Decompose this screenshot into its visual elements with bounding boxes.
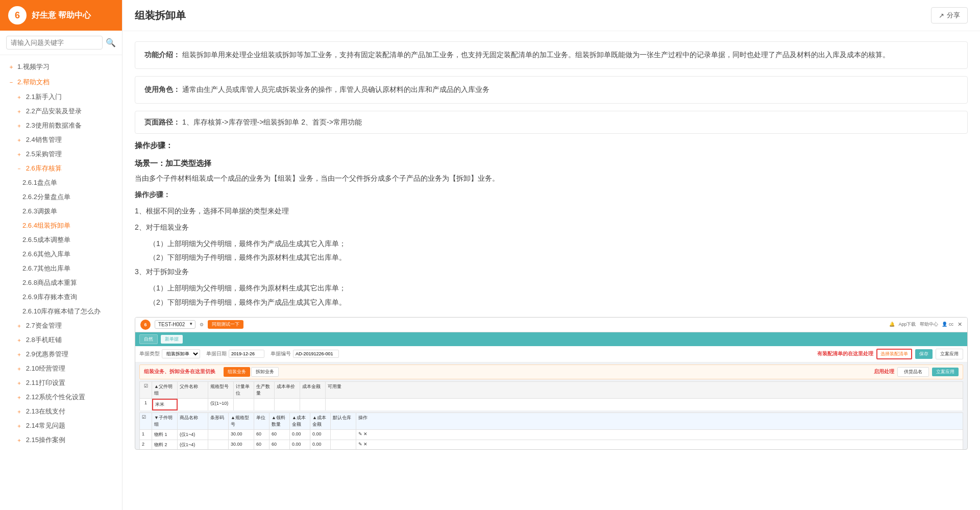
sr-edit-icon[interactable]: ✎ xyxy=(358,431,362,438)
th-count: 生产数量 xyxy=(254,382,275,398)
sidebar-item-213[interactable]: ＋ 2.13在线支付 xyxy=(0,404,122,419)
assembly-btn[interactable]: 选择装配清单 xyxy=(876,349,912,359)
assemble-btn[interactable]: 组装业务 xyxy=(224,367,250,377)
sidebar-item-21[interactable]: ＋ 2.1新手入门 xyxy=(0,90,122,104)
cell-count xyxy=(254,399,275,410)
save-btn[interactable]: 保存 xyxy=(915,349,933,359)
app-tab-natural[interactable]: 自然 xyxy=(139,334,158,344)
sidebar-item-269[interactable]: 2.6.9库存账本查询 xyxy=(0,290,122,304)
assembly-area: 有装配清单的在这里处理 选择装配清单 保存 立案应用 xyxy=(817,349,963,359)
step-2-2: （2）下部明细为子件明细，最终作为原材料生成其它出库单。 xyxy=(149,252,968,264)
share-button[interactable]: ↗ 分享 xyxy=(931,7,968,23)
sidebar-item-docs[interactable]: － 2.帮助文档 xyxy=(0,75,122,90)
sidebar-item-27[interactable]: ＋ 2.7资金管理 xyxy=(0,319,122,333)
sth-ops: 操作 xyxy=(356,413,377,429)
sth-barcode: 条形码 xyxy=(208,413,229,429)
search-input[interactable] xyxy=(6,36,103,50)
sidebar-item-25[interactable]: ＋ 2.5采购管理 xyxy=(0,147,122,161)
sidebar-item-264[interactable]: 2.6.4组装拆卸单 xyxy=(0,218,122,233)
cell-total xyxy=(300,399,326,410)
apply-btn[interactable]: 立案应用 xyxy=(932,368,959,376)
cell-cost xyxy=(275,399,300,410)
intro-text: 组装拆卸单用来处理企业组装或拆卸等加工业务，支持有固定装配清单的产品加工业务，也… xyxy=(182,51,890,59)
sidebar-item-262[interactable]: 2.6.2分量盘点单 xyxy=(0,190,122,204)
sth-qty2: ▲领料数量 xyxy=(270,413,290,429)
sidebar-item-212[interactable]: ＋ 2.12系统个性化设置 xyxy=(0,390,122,404)
cell-qty xyxy=(234,399,254,410)
sr2-del-icon[interactable]: ✕ xyxy=(363,442,368,448)
num-input[interactable] xyxy=(293,350,339,358)
sr2-name: (仅1~4) xyxy=(178,440,208,450)
sr-child: 物料 1 xyxy=(152,430,178,440)
path-label: 页面路径： xyxy=(144,118,180,126)
app-company-select[interactable]: TEST-H002 ▼ xyxy=(155,320,195,329)
other-btn[interactable]: 立案应用 xyxy=(936,349,963,359)
path-section: 页面路径： 1、库存核算->库存管理->组装拆卸单 2、首页->常用功能 xyxy=(135,111,968,134)
sr2-edit-icon[interactable]: ✎ xyxy=(358,442,362,448)
disassemble-btn[interactable]: 拆卸业务 xyxy=(251,367,279,377)
th-name: 父件名称 xyxy=(178,382,208,398)
th-qty: 计量单位 xyxy=(234,382,254,398)
sr-del-icon[interactable]: ✕ xyxy=(363,431,368,438)
sidebar-item-22[interactable]: ＋ 2.2产品安装及登录 xyxy=(0,104,122,118)
th-total: 成本金额 xyxy=(300,382,326,398)
app-tab-new[interactable]: 新单据 xyxy=(161,335,183,344)
process-input[interactable]: 供货品名 xyxy=(897,367,929,377)
sidebar-item-label: 2.帮助文档 xyxy=(17,78,50,87)
sidebar-item-261[interactable]: 2.6.1盘点单 xyxy=(0,176,122,190)
steps-list: 1、根据不同的业务，选择不同单据的类型来处理 2、对于组装业务 （1）上部明细为… xyxy=(135,205,968,309)
role-section: 使用角色： 通常由生产人员或库管人员完成拆装业务的操作，库管人员确认原材料的出库… xyxy=(135,76,968,104)
app-nav-icons: 🔔 App下载 帮助中心 👤 cc xyxy=(889,321,953,328)
expand-icon: ＋ xyxy=(16,151,22,157)
plus-icon: ＋ xyxy=(8,63,14,71)
sidebar-item-266[interactable]: 2.6.6其他入库单 xyxy=(0,247,122,261)
sidebar-item-29[interactable]: ＋ 2.9优惠券管理 xyxy=(0,347,122,361)
sidebar-item-211[interactable]: ＋ 2.11打印设置 xyxy=(0,376,122,390)
cell-parent[interactable]: 米米 xyxy=(152,399,178,410)
app-title: 好生意 帮助中心 xyxy=(32,10,91,21)
doctype-select[interactable]: 组装拆卸单 xyxy=(162,349,200,358)
search-button[interactable]: 🔍 xyxy=(106,38,116,47)
sidebar-item-210[interactable]: ＋ 2.10经营管理 xyxy=(0,361,122,376)
sidebar-item-24[interactable]: ＋ 2.4销售管理 xyxy=(0,133,122,147)
minus-icon: － xyxy=(16,165,22,172)
sr-cost2: 0.00 xyxy=(290,430,310,440)
sidebar-item-video[interactable]: ＋ 1.视频学习 xyxy=(0,59,122,75)
sth-unit: 单位 xyxy=(254,413,270,429)
expand-icon: ＋ xyxy=(16,123,22,129)
sr-qty2: 60 xyxy=(270,430,290,440)
sidebar-item-265[interactable]: 2.6.5成本调整单 xyxy=(0,233,122,247)
sidebar-item-26[interactable]: － 2.6库存核算 xyxy=(0,161,122,176)
app-test-btn[interactable]: 同期测试一下 xyxy=(208,320,243,329)
cell-check[interactable]: 1 xyxy=(140,399,152,410)
sidebar-item-214[interactable]: ＋ 2.14常见问题 xyxy=(0,419,122,433)
date-input[interactable] xyxy=(229,350,264,358)
sr-barcode xyxy=(208,430,229,440)
sidebar-item-268[interactable]: 2.6.8商品成本重算 xyxy=(0,276,122,290)
table-header-row: ☑ ▲父件明细 父件名称 规格型号 计量单位 生产数量 成本单价 成本金额 可用… xyxy=(139,381,963,398)
sidebar-item-215[interactable]: ＋ 2.15操作案例 xyxy=(0,433,122,447)
plus-icon: ＋ xyxy=(16,337,22,343)
sidebar-item-263[interactable]: 2.6.3调拨单 xyxy=(0,204,122,218)
sth-total2: ▲成本金额 xyxy=(310,413,331,429)
plus-icon: ＋ xyxy=(16,423,22,429)
sidebar-item-267[interactable]: 2.6.7其他出库单 xyxy=(0,261,122,276)
sr2-check[interactable]: 2 xyxy=(140,440,152,450)
scenario1-desc: 当由多个子件材料组装成一个成品的业务为【组装】业务，当由一个父件拆分成多个子产品… xyxy=(135,173,968,185)
app-close-icon[interactable]: ✕ xyxy=(958,321,962,328)
cell-name xyxy=(178,399,208,410)
sr-ops: ✎ ✕ xyxy=(356,430,377,440)
annotation-type: 组装业务、拆卸业务在这里切换 xyxy=(144,368,215,375)
table-row: 1 米米 仅(1~10) xyxy=(139,398,963,410)
sr-check[interactable]: 1 xyxy=(140,430,152,440)
sidebar-header: 6 好生意 帮助中心 xyxy=(0,0,122,31)
process-area: 启用处理 供货品名 立案应用 xyxy=(283,367,959,377)
sidebar-item-2610[interactable]: 2.6.10库存账本错了怎么办 xyxy=(0,304,122,319)
step-2-1: （1）上部明细为父件明细，最终作为产成品生成其它入库单； xyxy=(149,238,968,250)
sidebar-item-28[interactable]: ＋ 2.8手机旺铺 xyxy=(0,333,122,347)
date-label: 单据日期 xyxy=(206,350,227,357)
sr-name: (仅1~4) xyxy=(178,430,208,440)
sidebar-item-23[interactable]: ＋ 2.3使用前数据准备 xyxy=(0,118,122,133)
step-3: 3、对于拆卸业务 xyxy=(135,266,968,278)
plus-icon: ＋ xyxy=(16,437,22,443)
